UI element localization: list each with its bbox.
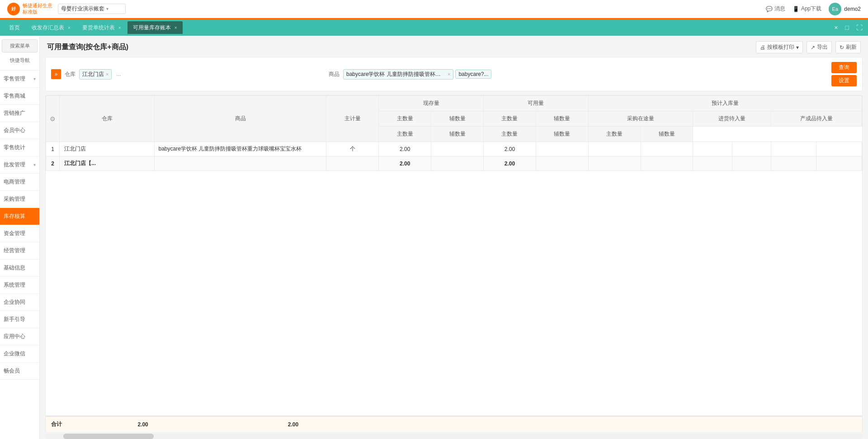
sidebar-item-basic-label: 基础信息 bbox=[4, 264, 25, 272]
remove-product-tag-icon[interactable]: × bbox=[448, 71, 450, 77]
tab-avail-inventory-close[interactable]: × bbox=[175, 25, 177, 30]
td-avail-main-2: 2.00 bbox=[483, 156, 536, 171]
tab-fullscreen-icon[interactable]: ⛶ bbox=[854, 23, 864, 32]
top-bar-left: 好 畅捷通好生意 标准版 母婴行业演示账套 ▾ bbox=[7, 3, 126, 15]
tab-bar: 首页 收发存汇总表 × 要货单统计表 × 可用量库存账本 × × □ ⛶ bbox=[0, 19, 868, 36]
product-tag-babycare[interactable]: babycare学饮杯 儿童防摔防撞吸管杯重力球吸嘴杯宝宝水杯 × bbox=[343, 69, 453, 80]
td-unit-1: 个 bbox=[326, 142, 379, 156]
sidebar-item-inventory[interactable]: 库存核算 bbox=[0, 208, 39, 225]
td-prod-main-2 bbox=[771, 156, 816, 171]
chevron-down-print: ▾ bbox=[796, 44, 799, 51]
footer-arrival-main bbox=[556, 421, 631, 428]
print-icon: 🖨 bbox=[760, 44, 765, 51]
td-arrival-aux-2 bbox=[732, 156, 771, 171]
th-arrival-pending: 进货待入量 bbox=[693, 111, 771, 127]
logo-text: 畅捷通好生意 标准版 bbox=[23, 3, 52, 14]
td-current-main-2: 2.00 bbox=[379, 156, 431, 171]
export-button[interactable]: ↗ 导出 bbox=[807, 41, 832, 53]
footer-production-main bbox=[707, 421, 782, 428]
query-button[interactable]: 查询 bbox=[831, 62, 857, 73]
warehouse-filter-tags: 江北门店 × ... bbox=[79, 69, 321, 80]
logo-area: 好 畅捷通好生意 标准版 bbox=[7, 3, 52, 15]
sidebar-item-member[interactable]: 会员中心 bbox=[0, 122, 39, 139]
th-product: 商品 bbox=[155, 96, 326, 142]
sidebar-item-retail-mall[interactable]: 零售商城 bbox=[0, 88, 39, 105]
tab-recv-summary-close[interactable]: × bbox=[68, 25, 71, 30]
th-purchase-transit-aux: 辅数量 bbox=[431, 127, 484, 142]
sidebar-item-basic[interactable]: 基础信息 bbox=[0, 260, 39, 277]
tab-expand-icon[interactable]: □ bbox=[844, 23, 851, 32]
td-arrival-main-2 bbox=[693, 156, 732, 171]
sidebar-item-system[interactable]: 系统管理 bbox=[0, 277, 39, 294]
sidebar-item-ecommerce-label: 电商管理 bbox=[4, 178, 25, 186]
tab-avail-inventory-label: 可用量库存账本 bbox=[133, 24, 171, 32]
warehouse-tag-jiangbei[interactable]: 江北门店 × bbox=[79, 69, 112, 80]
setting-button[interactable]: 设置 bbox=[831, 75, 857, 86]
tab-recv-summary[interactable]: 收发存汇总表 × bbox=[26, 21, 76, 34]
tab-avail-inventory[interactable]: 可用量库存账本 × bbox=[127, 21, 183, 34]
sidebar-item-finance-label: 资金管理 bbox=[4, 230, 25, 237]
avatar: Ea bbox=[829, 3, 841, 15]
tab-order-stats[interactable]: 要货单统计表 × bbox=[77, 21, 127, 34]
search-menu-button[interactable]: 搜索菜单 bbox=[2, 39, 38, 52]
td-no-1: 1 bbox=[46, 142, 60, 156]
messages-button[interactable]: 💬 消息 bbox=[766, 5, 785, 13]
app-download-button[interactable]: 📱 App下载 bbox=[793, 5, 821, 13]
sidebar-item-operations[interactable]: 经营管理 bbox=[0, 242, 39, 260]
layout: 搜索菜单 快捷导航 零售管理 ▾ 零售商城 营销推广 会员中心 零售统计 批发管… bbox=[0, 36, 868, 439]
sidebar-item-wholesale[interactable]: 批发管理 ▾ bbox=[0, 156, 39, 174]
sidebar-item-ecommerce[interactable]: 电商管理 bbox=[0, 174, 39, 191]
td-product-1: babycare学饮杯 儿童防摔防撞吸管杯重力球吸嘴杯宝宝水杯 bbox=[155, 142, 326, 156]
remove-warehouse-tag-icon[interactable]: × bbox=[106, 71, 108, 77]
tab-close-all-icon[interactable]: × bbox=[832, 23, 840, 32]
print-button[interactable]: 🖨 按模板打印 ▾ bbox=[756, 41, 803, 53]
product-tag-babycare2[interactable]: babycare?... bbox=[455, 70, 491, 79]
company-selector[interactable]: 母婴行业演示账套 ▾ bbox=[58, 4, 126, 14]
sidebar-item-marketing[interactable]: 营销推广 bbox=[0, 105, 39, 122]
user-area[interactable]: Ea demo2 bbox=[829, 3, 861, 15]
footer-production-aux bbox=[782, 421, 857, 428]
sidebar-item-purchase[interactable]: 采购管理 bbox=[0, 191, 39, 208]
tab-recv-summary-label: 收发存汇总表 bbox=[32, 24, 64, 32]
chevron-icon: ▾ bbox=[33, 76, 36, 81]
tab-home-label: 首页 bbox=[9, 24, 20, 32]
sidebar-item-member2[interactable]: 畅会员 bbox=[0, 363, 39, 380]
refresh-icon: ↻ bbox=[840, 44, 844, 51]
td-pur-transit-aux-1 bbox=[641, 142, 693, 156]
scroll-thumb[interactable] bbox=[63, 434, 154, 439]
filter-expand-button[interactable]: » bbox=[51, 69, 61, 79]
sidebar-item-retail-stats[interactable]: 零售统计 bbox=[0, 139, 39, 156]
settings-icon[interactable]: ⚙ bbox=[50, 115, 56, 123]
sidebar-item-app-center[interactable]: 应用中心 bbox=[0, 328, 39, 345]
footer-current-aux bbox=[180, 421, 255, 428]
sidebar-item-purchase-label: 采购管理 bbox=[4, 195, 25, 203]
td-arrival-aux-1 bbox=[732, 142, 771, 156]
sidebar-item-finance[interactable]: 资金管理 bbox=[0, 225, 39, 242]
th-production-pending: 产成品待入量 bbox=[771, 111, 862, 127]
sidebar-item-system-label: 系统管理 bbox=[4, 281, 25, 289]
sidebar-item-newbie[interactable]: 新手引导 bbox=[0, 311, 39, 328]
filter-actions: 查询 设置 bbox=[831, 62, 857, 86]
sidebar-item-enterprise-label: 企业协同 bbox=[4, 298, 25, 306]
th-warehouse: 仓库 bbox=[60, 96, 155, 142]
sidebar: 搜索菜单 快捷导航 零售管理 ▾ 零售商城 营销推广 会员中心 零售统计 批发管… bbox=[0, 36, 40, 439]
scroll-bar-area bbox=[45, 434, 863, 439]
refresh-button[interactable]: ↻ 刷新 bbox=[835, 41, 861, 53]
footer-arrival-aux bbox=[631, 421, 706, 428]
sidebar-item-wholesale-label: 批发管理 bbox=[4, 161, 25, 169]
sidebar-item-retail-label: 零售管理 bbox=[4, 75, 25, 83]
th-purchase-transit: 采购在途量 bbox=[588, 111, 693, 127]
tab-order-stats-close[interactable]: × bbox=[118, 25, 121, 30]
sidebar-item-inventory-label: 库存核算 bbox=[4, 212, 25, 220]
quick-nav-button[interactable]: 快捷导航 bbox=[2, 54, 38, 66]
footer-avail-main: 2.00 bbox=[255, 421, 330, 428]
chevron-down-icon: ▾ bbox=[106, 6, 108, 11]
td-current-aux-1 bbox=[431, 142, 484, 156]
sidebar-item-retail[interactable]: 零售管理 ▾ bbox=[0, 71, 39, 88]
th-main-unit: 主计量 bbox=[326, 96, 379, 142]
sidebar-item-enterprise[interactable]: 企业协同 bbox=[0, 294, 39, 311]
tab-home[interactable]: 首页 bbox=[4, 21, 25, 34]
user-name: demo2 bbox=[844, 6, 861, 12]
filter-more-icon[interactable]: ... bbox=[113, 70, 123, 78]
sidebar-item-wechat[interactable]: 企业微信 bbox=[0, 345, 39, 363]
